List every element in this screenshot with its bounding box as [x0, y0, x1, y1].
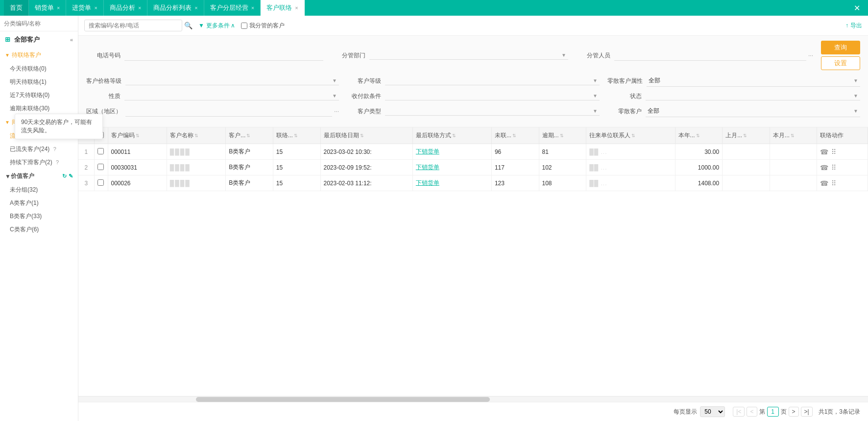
refresh-icon[interactable]: ↻ [62, 173, 67, 179]
status-select[interactable]: ▼ [646, 92, 860, 100]
tab-analysis[interactable]: 商品分析 × [104, 0, 147, 16]
row-last-month-2 [723, 175, 770, 191]
customer-type-select[interactable]: ▼ [385, 107, 600, 116]
payment-select[interactable]: ▼ [385, 92, 600, 100]
sidebar-item-tomorrow-contact[interactable]: 明天待联络(1) [0, 75, 78, 89]
sidebar-item-type-a-label: A类客户(1) [10, 199, 39, 206]
sidebar-group-value[interactable]: ▼ 价值客户 ↻ ✎ [0, 169, 78, 183]
tab-analysis-list[interactable]: 商品分析列表 × [147, 0, 204, 16]
row-checkbox-input-0[interactable] [97, 148, 104, 154]
tab-sales[interactable]: 销货单 × [29, 0, 66, 16]
sidebar-item-declining[interactable]: 持续下滑客户(2) ? [0, 156, 78, 169]
row-contact-method-link-1[interactable]: 下销货单 [416, 164, 439, 171]
first-page-button[interactable]: |< [733, 407, 745, 417]
status-label: 状态 [607, 92, 642, 100]
filter-search-button[interactable]: 🔍 [184, 22, 193, 29]
price-level-label: 客户价格等级 [86, 77, 121, 85]
row-code-0: 000011 [108, 144, 167, 160]
col-contacts: 联络...⇅ [273, 127, 320, 144]
phone-input[interactable] [124, 50, 323, 61]
retail-attr-select[interactable]: 全部 ▼ [647, 75, 860, 87]
filter-search-input[interactable] [84, 20, 182, 31]
row-last-contact-method-2[interactable]: 下销货单 [412, 175, 491, 191]
prev-page-button[interactable]: < [747, 407, 757, 417]
customer-type-label: 客户类型 [347, 107, 381, 116]
filter-more-button[interactable]: ▼ 更多条件 ∧ [198, 22, 235, 30]
filter-icon: ▼ [198, 22, 204, 29]
row-checkbox-1[interactable] [94, 160, 108, 175]
my-customers-checkbox[interactable] [241, 23, 247, 29]
row-overdue-1: 102 [539, 160, 586, 175]
phone-action-icon-2[interactable]: ☎ [820, 179, 828, 187]
window-close-button[interactable]: ✕ [850, 3, 864, 13]
row-not-contacted-0: 96 [491, 144, 539, 160]
per-page-select[interactable]: 50 100 [700, 406, 725, 417]
sidebar-item-type-b[interactable]: B类客户(33) [0, 210, 78, 223]
tab-customer-contact-close[interactable]: × [295, 5, 298, 11]
sidebar-item-already-churn[interactable]: 已流失客户(24) ? [0, 143, 78, 156]
question-icon: ? [53, 146, 56, 152]
table-row: 3 000026 ████ B类客户 15 2023-02-03 11:12: … [78, 175, 868, 191]
region-input[interactable] [125, 106, 332, 117]
sidebar-item-today-contact[interactable]: 今天待联络(0) [0, 62, 78, 75]
tab-analysis-list-close[interactable]: × [194, 5, 197, 11]
more-action-icon-2[interactable]: ⠿ [831, 179, 836, 187]
customer-level-select[interactable]: ▼ [385, 76, 600, 85]
tab-sales-close[interactable]: × [57, 5, 60, 11]
row-checkbox-0[interactable] [94, 144, 108, 160]
filter-chevron-icon: ∧ [231, 22, 235, 29]
sidebar-item-week-contact[interactable]: 近7天待联络(0) [0, 89, 78, 102]
phone-action-icon-0[interactable]: ☎ [820, 148, 828, 156]
more-action-icon-0[interactable]: ⠿ [831, 148, 836, 156]
filter-row-2: 客户价格等级 ▼ 客户等级 ▼ 零散客户属性 [86, 75, 860, 87]
next-page-button[interactable]: > [789, 407, 799, 417]
tab-customer-tier-close[interactable]: × [251, 5, 254, 11]
tab-customer-tier[interactable]: 客户分层经营 × [204, 0, 261, 16]
row-not-contacted-2: 123 [491, 175, 539, 191]
query-button[interactable]: 查询 [821, 41, 860, 54]
grid-icon: ⊞ [5, 36, 10, 43]
horizontal-scrollbar[interactable] [78, 396, 868, 402]
row-last-contact-method-1[interactable]: 下销货单 [412, 160, 491, 175]
phone-action-icon-1[interactable]: ☎ [820, 164, 828, 172]
sidebar-item-type-c[interactable]: C类客户(6) [0, 223, 78, 236]
col-last-month: 上月...⇅ [723, 127, 770, 144]
sidebar-group-pending-contact[interactable]: ▼ 待联络客户 [0, 48, 78, 62]
tab-purchase-close[interactable]: × [94, 5, 97, 11]
more-action-icon-1[interactable]: ⠿ [831, 164, 836, 172]
sidebar-item-today-contact-label: 今天待联络(0) [10, 65, 47, 72]
tab-analysis-close[interactable]: × [138, 5, 141, 11]
sidebar-root[interactable]: ⊞ 全部客户 « [0, 31, 78, 48]
manager-dots[interactable]: ··· [808, 52, 813, 59]
row-contact-method-link-0[interactable]: 下销货单 [416, 148, 439, 155]
price-level-select[interactable]: ▼ [125, 76, 339, 85]
last-page-button[interactable]: >| [801, 407, 813, 417]
edit-icon[interactable]: ✎ [69, 173, 73, 179]
sidebar-collapse-icon[interactable]: « [70, 37, 73, 43]
scroll-thumb[interactable] [196, 397, 490, 402]
row-contact-method-link-2[interactable]: 下销货单 [416, 179, 439, 186]
arrow-right-value: ▼ [5, 173, 11, 180]
my-customers-checkbox-label[interactable]: 我分管的客户 [241, 22, 285, 30]
sidebar-search-input[interactable] [4, 20, 77, 27]
manager-input[interactable] [614, 50, 806, 61]
sidebar-item-type-a[interactable]: A类客户(1) [0, 197, 78, 210]
row-checkbox-input-2[interactable] [97, 179, 104, 186]
dept-arrow-icon: ▼ [561, 52, 566, 58]
tab-purchase[interactable]: 进货单 × [66, 0, 103, 16]
tab-customer-contact[interactable]: 客户联络 × [261, 0, 304, 16]
export-button[interactable]: ↑ 导出 [845, 22, 862, 30]
retail-customer-select[interactable]: 全部 ▼ [646, 105, 860, 117]
gender-select[interactable]: ▼ [124, 92, 339, 100]
settings-button[interactable]: 设置 [821, 56, 860, 70]
total-records: 共1页，3条记录 [819, 408, 860, 416]
row-last-contact-method-0[interactable]: 下销货单 [412, 144, 491, 160]
sidebar-item-ungroup[interactable]: 未分组(32) [0, 183, 78, 197]
tab-home[interactable]: 首页 [4, 0, 29, 16]
sidebar-item-overdue-contact[interactable]: 逾期未联络(30) [0, 102, 78, 115]
row-checkbox-2[interactable] [94, 175, 108, 191]
region-dots[interactable]: ··· [334, 108, 339, 115]
row-checkbox-input-1[interactable] [97, 164, 104, 170]
retail-customer-arrow-icon: ▼ [853, 108, 858, 114]
dept-select[interactable]: ▼ [369, 51, 568, 60]
